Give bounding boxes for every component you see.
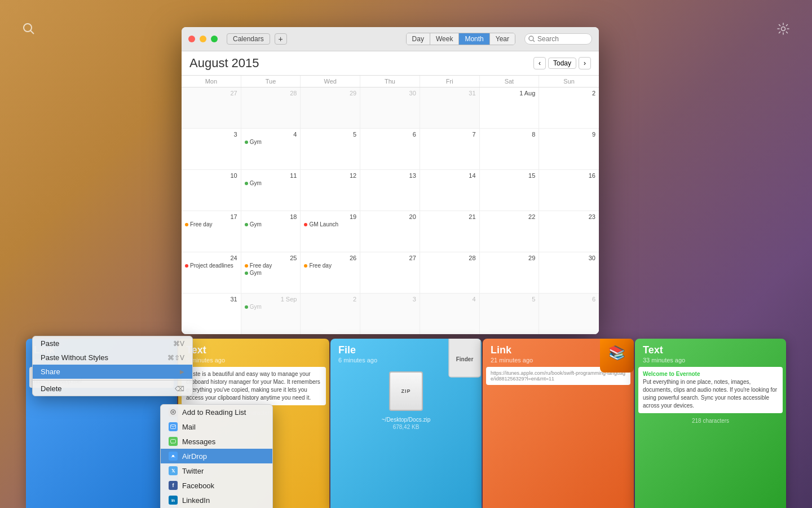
card-type-4: Link — [491, 344, 533, 356]
paste-without-styles-label: Paste Without Styles — [41, 353, 108, 362]
messages-icon — [169, 437, 178, 446]
svg-line-1 — [31, 31, 34, 34]
share-label: Share — [41, 367, 60, 376]
card-file-1[interactable]: File 6 minutes ago Finder ZIP ~/Desktop/… — [330, 339, 482, 508]
table-row[interactable]: 27 — [360, 252, 420, 293]
table-row[interactable]: 25Free dayGym — [241, 252, 301, 293]
card-link-2[interactable]: Link 21 minutes ago 📚 https://itunes.app… — [483, 339, 634, 508]
svg-rect-7 — [171, 440, 176, 444]
table-row[interactable]: 4Gym — [241, 129, 301, 169]
table-row[interactable]: 30 — [360, 87, 420, 128]
submenu-mail[interactable]: Mail — [161, 419, 272, 434]
prev-month-button[interactable]: ‹ — [533, 57, 546, 69]
submenu-facebook[interactable]: f Facebook — [161, 478, 272, 493]
table-row[interactable]: 12 — [301, 170, 360, 211]
table-row[interactable]: 1 SepGym — [241, 294, 301, 334]
gear-icon[interactable] — [777, 23, 789, 38]
table-row[interactable]: 2 — [301, 294, 360, 334]
table-row[interactable]: 13 — [360, 170, 420, 211]
delete-menu-item[interactable]: Delete ⌫ — [33, 382, 192, 396]
day-name-fri: Fri — [420, 76, 480, 87]
table-row[interactable]: 31 — [420, 87, 480, 128]
calendar-week-1: 27 28 29 30 31 1 Aug 2 — [182, 87, 599, 129]
table-row[interactable]: 8 — [480, 129, 540, 169]
card-header-3: File 6 minutes ago Finder — [330, 339, 482, 367]
traffic-light-minimize[interactable] — [200, 36, 206, 42]
table-row[interactable]: 11Gym — [241, 170, 301, 211]
card-header-5: Text 33 minutes ago — [635, 339, 786, 367]
paste-menu-item[interactable]: Paste ⌘V — [33, 336, 192, 351]
table-row[interactable]: 29 — [301, 87, 360, 128]
search-icon[interactable] — [23, 23, 35, 38]
submenu-messages[interactable]: Messages — [161, 434, 272, 449]
submenu-twitter[interactable]: 𝕏 Twitter — [161, 463, 272, 478]
table-row[interactable]: 18Gym — [241, 211, 301, 252]
desktop: Calendars + Day Week Month Year August 2… — [0, 0, 812, 508]
table-row[interactable]: 3 — [182, 129, 241, 169]
table-row[interactable]: 17Free day — [182, 211, 241, 252]
table-row[interactable]: 29 — [480, 252, 540, 293]
submenu-linkedin[interactable]: in LinkedIn — [161, 493, 272, 507]
table-row[interactable]: 22 — [480, 211, 540, 252]
table-row[interactable]: 1 Aug — [480, 87, 540, 128]
calendar-month-title: August 2015 — [189, 56, 259, 71]
table-row[interactable]: 15 — [480, 170, 540, 211]
calendar-week-4: 17Free day 18Gym 19GM Launch 20 21 22 23 — [182, 211, 599, 252]
linkedin-icon: in — [169, 496, 178, 505]
submenu-add-to-reading-list[interactable]: Add to Reading List — [161, 405, 272, 419]
menu-separator — [33, 380, 192, 380]
card-time-5: 33 minutes ago — [643, 357, 685, 364]
card-text-2[interactable]: Text 33 minutes ago Welcome to EvernoteP… — [635, 339, 786, 508]
table-row[interactable]: 6 — [360, 129, 420, 169]
traffic-light-close[interactable] — [188, 36, 195, 42]
paste-shortcut: ⌘V — [173, 340, 184, 348]
year-view-button[interactable]: Year — [490, 33, 515, 45]
add-calendar-button[interactable]: + — [275, 33, 287, 45]
share-menu-item[interactable]: Share ▶ — [33, 365, 192, 379]
today-button[interactable]: Today — [548, 58, 576, 69]
next-month-button[interactable]: › — [579, 57, 591, 69]
table-row[interactable]: 27 — [182, 87, 241, 128]
calendar-label: Calendar — [182, 275, 599, 282]
table-row[interactable]: 19GM Launch — [301, 211, 360, 252]
table-row[interactable]: 2 — [539, 87, 599, 128]
table-row[interactable]: 10 — [182, 170, 241, 211]
table-row[interactable]: 9 — [539, 129, 599, 169]
table-row[interactable]: 28 — [241, 87, 301, 128]
week-view-button[interactable]: Week — [430, 33, 459, 45]
calendar-days-header: Mon Tue Wed Thu Fri Sat Sun — [182, 76, 599, 87]
day-name-wed: Wed — [301, 76, 360, 87]
table-row[interactable]: 23 — [539, 211, 599, 252]
table-row[interactable]: 5 — [480, 294, 540, 334]
table-row[interactable]: 5 — [301, 129, 360, 169]
mail-label: Mail — [182, 423, 196, 431]
table-row[interactable]: 31 — [182, 294, 241, 334]
table-row[interactable]: 7 — [420, 129, 480, 169]
card-time-3: 6 minutes ago — [338, 357, 377, 364]
card-header-4: Link 21 minutes ago 📚 — [483, 339, 634, 367]
context-menu: Paste ⌘V Paste Without Styles ⌘⇧V Share … — [32, 336, 193, 396]
table-row[interactable]: 16 — [539, 170, 599, 211]
table-row[interactable]: 4 — [420, 294, 480, 334]
submenu-airdrop[interactable]: AirDrop — [161, 449, 272, 463]
table-row[interactable]: 28 — [420, 252, 480, 293]
table-row[interactable]: 21 — [420, 211, 480, 252]
day-name-sat: Sat — [480, 76, 540, 87]
table-row[interactable]: 3 — [360, 294, 420, 334]
table-row[interactable]: 6 — [539, 294, 599, 334]
card-time-4: 21 minutes ago — [491, 357, 533, 364]
table-row[interactable]: 30 — [539, 252, 599, 293]
calendar-nav: ‹ Today › — [533, 57, 591, 69]
table-row[interactable]: 26Free day — [301, 252, 360, 293]
calendar-search-input[interactable] — [524, 33, 592, 45]
calendars-button[interactable]: Calendars — [227, 33, 270, 45]
traffic-light-maximize[interactable] — [211, 36, 218, 42]
table-row[interactable]: 14 — [420, 170, 480, 211]
paste-without-styles-menu-item[interactable]: Paste Without Styles ⌘⇧V — [33, 351, 192, 365]
day-view-button[interactable]: Day — [407, 33, 430, 45]
day-name-thu: Thu — [360, 76, 420, 87]
month-view-button[interactable]: Month — [459, 33, 489, 45]
airdrop-icon — [169, 452, 178, 461]
table-row[interactable]: 24Project deadlines — [182, 252, 241, 293]
table-row[interactable]: 20 — [360, 211, 420, 252]
